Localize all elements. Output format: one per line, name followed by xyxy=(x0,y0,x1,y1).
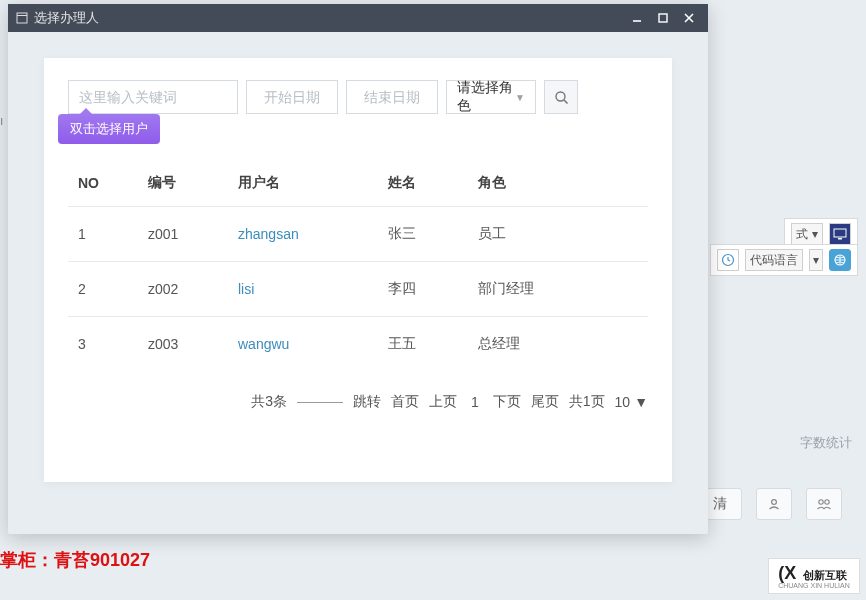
table-header-row: NO 编号 用户名 姓名 角色 xyxy=(68,160,648,207)
cell-no: 3 xyxy=(68,317,138,372)
hint-tooltip: 双击选择用户 xyxy=(58,114,160,144)
background-toolbar-2: 代码语言 ▾ xyxy=(710,244,858,276)
background-left-fragment: ı xyxy=(0,114,3,128)
code-language-label: 代码语言 xyxy=(750,252,798,269)
user-table: NO 编号 用户名 姓名 角色 1 z001 zhangsan 张三 员工 2 xyxy=(68,160,648,371)
table-row[interactable]: 2 z002 lisi 李四 部门经理 xyxy=(68,262,648,317)
pager-page-size: 10 xyxy=(615,394,631,410)
pager-current: 1 xyxy=(467,394,483,410)
cell-name: 王五 xyxy=(378,317,468,372)
pager-next[interactable]: 下页 xyxy=(493,393,521,411)
table-row[interactable]: 1 z001 zhangsan 张三 员工 xyxy=(68,207,648,262)
col-code: 编号 xyxy=(138,160,228,207)
chevron-down-icon: ▼ xyxy=(634,394,648,410)
cell-role: 部门经理 xyxy=(468,262,648,317)
pager-page-total: 共1页 xyxy=(569,393,605,411)
svg-point-13 xyxy=(556,92,565,101)
cell-code: z001 xyxy=(138,207,228,262)
people-icon-button[interactable] xyxy=(806,488,842,520)
person-icon-button[interactable] xyxy=(756,488,792,520)
pager-total: 共3条 xyxy=(251,393,287,411)
cell-code: z002 xyxy=(138,262,228,317)
start-date-input[interactable] xyxy=(246,80,338,114)
svg-point-4 xyxy=(772,500,777,505)
cell-name: 张三 xyxy=(378,207,468,262)
cell-no: 2 xyxy=(68,262,138,317)
col-role: 角色 xyxy=(468,160,648,207)
svg-line-14 xyxy=(564,100,568,104)
pagination: 共3条 跳转 首页 上页 1 下页 尾页 共1页 10 ▼ xyxy=(68,393,648,411)
globe-icon[interactable] xyxy=(829,249,851,271)
svg-rect-7 xyxy=(17,13,27,23)
pager-prev[interactable]: 上页 xyxy=(429,393,457,411)
end-date-input[interactable] xyxy=(346,80,438,114)
chevron-down-icon: ▾ xyxy=(812,227,818,241)
cell-username[interactable]: zhangsan xyxy=(228,207,378,262)
col-name: 姓名 xyxy=(378,160,468,207)
table-row[interactable]: 3 z003 wangwu 王五 总经理 xyxy=(68,317,648,372)
col-username: 用户名 xyxy=(228,160,378,207)
maximize-button[interactable] xyxy=(652,7,674,29)
monitor-icon[interactable] xyxy=(829,223,851,245)
svg-point-5 xyxy=(819,500,823,504)
background-action-buttons: 清 xyxy=(698,488,842,520)
pager-last[interactable]: 尾页 xyxy=(531,393,559,411)
svg-point-6 xyxy=(825,500,829,504)
pager-jump-input[interactable] xyxy=(297,402,343,403)
code-language-dropdown-arrow[interactable]: ▾ xyxy=(809,249,823,271)
pager-jump-label[interactable]: 跳转 xyxy=(353,393,381,411)
brand-name: 创新互联 xyxy=(803,569,847,581)
brand-subtitle: CHUANG XIN HULIAN xyxy=(778,582,850,589)
word-count-label[interactable]: 字数统计 xyxy=(800,434,852,452)
dialog-titlebar[interactable]: 选择办理人 xyxy=(8,4,708,32)
minimize-button[interactable] xyxy=(626,7,648,29)
dialog-title: 选择办理人 xyxy=(34,9,99,27)
pager-first[interactable]: 首页 xyxy=(391,393,419,411)
svg-rect-0 xyxy=(834,229,846,237)
col-no: NO xyxy=(68,160,138,207)
cell-role: 员工 xyxy=(468,207,648,262)
chevron-down-icon: ▼ xyxy=(515,92,525,103)
cell-username[interactable]: wangwu xyxy=(228,317,378,372)
mode-selector[interactable]: 式 ▾ xyxy=(791,223,823,245)
mode-label: 式 xyxy=(796,226,808,243)
cell-username[interactable]: lisi xyxy=(228,262,378,317)
cell-no: 1 xyxy=(68,207,138,262)
brand-logo-text: (X xyxy=(778,563,796,583)
role-select[interactable]: 请选择角色 ▼ xyxy=(446,80,536,114)
cell-name: 李四 xyxy=(378,262,468,317)
brand-logo: (X 创新互联 CHUANG XIN HULIAN xyxy=(768,558,860,594)
role-select-label: 请选择角色 xyxy=(457,79,515,115)
dialog-body: 请选择角色 ▼ 双击选择用户 NO 编号 用户名 姓名 xyxy=(44,58,672,482)
code-language-selector[interactable]: 代码语言 xyxy=(745,249,803,271)
svg-rect-1 xyxy=(838,238,842,240)
search-button[interactable] xyxy=(544,80,578,114)
window-icon xyxy=(16,12,28,24)
close-button[interactable] xyxy=(678,7,700,29)
select-handler-dialog: 选择办理人 请选择角色 ▼ 双击 xyxy=(8,4,708,534)
search-icon xyxy=(554,90,569,105)
filter-bar: 请选择角色 ▼ xyxy=(68,80,648,114)
pager-page-size-select[interactable]: 10 ▼ xyxy=(615,394,648,410)
keyword-input[interactable] xyxy=(68,80,238,114)
cell-role: 总经理 xyxy=(468,317,648,372)
svg-rect-10 xyxy=(659,14,667,22)
watermark-text: 掌柜：青苔901027 xyxy=(0,548,150,572)
cell-code: z003 xyxy=(138,317,228,372)
time-icon[interactable] xyxy=(717,249,739,271)
